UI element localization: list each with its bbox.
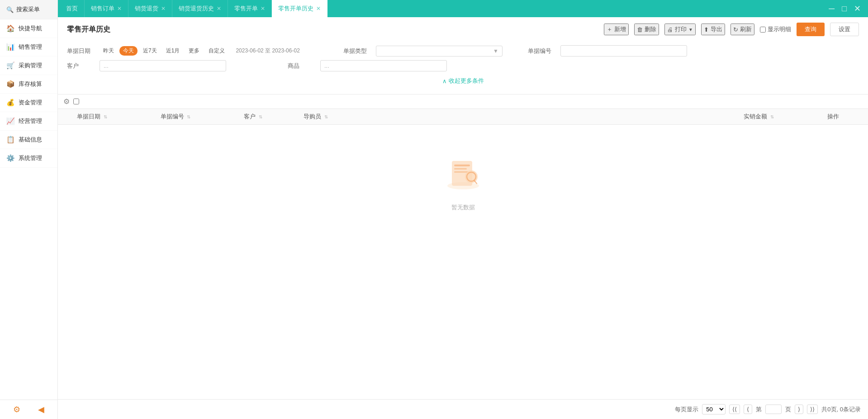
date-range-display: 2023-06-02 至 2023-06-02: [236, 47, 299, 55]
date-opt-custom[interactable]: 自定义: [205, 46, 228, 56]
table-header-row: 单据日期 ⇅ 单据编号 ⇅ 客户 ⇅: [58, 109, 868, 125]
delete-button[interactable]: 🗑 删除: [634, 24, 659, 35]
ops-icon: 📈: [6, 117, 15, 125]
refresh-button[interactable]: ↻ 刷新: [730, 24, 754, 35]
print-icon: 🖨: [667, 26, 673, 33]
sidebar-settings-btn[interactable]: ⚙: [13, 405, 20, 414]
tab-sales-order-close[interactable]: ✕: [117, 5, 122, 12]
add-label: 新增: [614, 25, 626, 33]
col-number-label: 单据编号: [161, 113, 184, 120]
tab-bar-right: ─ □ ✕: [827, 4, 866, 14]
table-gear-btn[interactable]: ⚙: [63, 97, 70, 106]
collapse-button[interactable]: ∧ 收起更多条件: [442, 77, 484, 85]
tab-sales-order[interactable]: 销售订单 ✕: [85, 0, 128, 17]
tab-sales-return-label: 销货退货: [135, 5, 158, 13]
empty-text: 暂无数据: [451, 203, 475, 212]
window-close-btn[interactable]: ✕: [852, 4, 863, 14]
table-head: 单据日期 ⇅ 单据编号 ⇅ 客户 ⇅: [58, 109, 868, 125]
finance-icon: 💰: [6, 99, 15, 107]
col-guide-sort[interactable]: ⇅: [324, 114, 328, 119]
sidebar: 🔍 搜索采单 🏠 快捷导航 📊 销售管理 🛒 采购管理 📦 库存核算 💰 资金管…: [0, 0, 58, 419]
tab-retail-open-history-label: 零售开单历史: [278, 5, 313, 13]
svg-rect-4: [454, 171, 469, 173]
sidebar-search-label: 搜索采单: [16, 5, 40, 14]
type-filter-select[interactable]: ▼: [376, 46, 503, 56]
tab-sales-return-history-close[interactable]: ✕: [217, 5, 221, 12]
display-col-checkbox[interactable]: [760, 27, 766, 33]
date-opt-more[interactable]: 更多: [185, 46, 203, 56]
customer-filter-select[interactable]: ...: [100, 60, 226, 71]
search-icon: 🔍: [6, 6, 14, 13]
filter-row-date: 单据日期 昨天 今天 近7天 近1月 更多 自定义 2023-06-02 至 2…: [67, 45, 859, 56]
sidebar-item-system-mgmt[interactable]: ⚙️ 系统管理: [0, 149, 57, 168]
sidebar-bottom: ⚙ ◀: [0, 400, 57, 419]
next-page-btn[interactable]: ⟩: [795, 405, 803, 414]
tab-bar: 首页 销售订单 ✕ 销货退货 ✕ 销货退货历史 ✕ 零售开单 ✕ 零售开单历史 …: [58, 0, 868, 17]
collapse-label: 收起更多条件: [449, 77, 484, 85]
tab-sales-return-history[interactable]: 销货退货历史 ✕: [172, 0, 228, 17]
number-filter-input[interactable]: [560, 45, 687, 56]
col-date-sort[interactable]: ⇅: [104, 114, 107, 119]
prev-page-btn[interactable]: ⟨: [744, 405, 752, 414]
tab-sales-order-label: 销售订单: [91, 5, 114, 13]
sidebar-item-label: 基础信息: [19, 136, 42, 144]
box-icon: 📦: [6, 80, 15, 88]
tab-sales-return-close[interactable]: ✕: [161, 5, 166, 12]
tab-retail-open-close[interactable]: ✕: [261, 5, 265, 12]
refresh-label: 刷新: [740, 25, 752, 33]
per-page-label: 每页显示: [675, 405, 698, 414]
cart-icon: 🛒: [6, 61, 15, 70]
tab-home[interactable]: 首页: [60, 0, 85, 17]
add-icon: ＋: [607, 25, 612, 33]
data-table: 单据日期 ⇅ 单据编号 ⇅ 客户 ⇅: [58, 109, 868, 125]
type-filter-label: 单据类型: [343, 47, 369, 55]
delete-label: 删除: [645, 25, 656, 33]
col-customer-sort[interactable]: ⇅: [259, 114, 262, 119]
page-input[interactable]: 1: [765, 405, 782, 414]
tab-retail-open-history[interactable]: 零售开单历史 ✕: [272, 0, 327, 17]
print-button[interactable]: 🖨 打印 ▼: [664, 24, 696, 35]
sidebar-item-basic-info[interactable]: 📋 基础信息: [0, 131, 57, 149]
filter-row-customer: 客户 ... 商品 ...: [67, 60, 859, 71]
date-options: 昨天 今天 近7天 近1月 更多 自定义: [100, 46, 228, 56]
sidebar-item-sales-mgmt[interactable]: 📊 销售管理: [0, 38, 57, 56]
select-all-checkbox[interactable]: [73, 99, 79, 104]
sidebar-item-operations[interactable]: 📈 经营管理: [0, 112, 57, 131]
settings-button[interactable]: 设置: [830, 23, 859, 36]
window-maximize-btn[interactable]: □: [840, 4, 849, 14]
sidebar-item-inventory[interactable]: 📦 库存核算: [0, 75, 57, 94]
sidebar-search[interactable]: 🔍 搜索采单: [0, 0, 57, 19]
date-opt-yesterday[interactable]: 昨天: [100, 46, 118, 56]
date-opt-last-month[interactable]: 近1月: [162, 46, 184, 56]
sidebar-item-label: 采购管理: [19, 61, 42, 70]
date-opt-last7[interactable]: 近7天: [139, 46, 161, 56]
tab-retail-open[interactable]: 零售开单 ✕: [228, 0, 272, 17]
table-wrapper: 单据日期 ⇅ 单据编号 ⇅ 客户 ⇅: [58, 109, 868, 399]
window-minimize-btn[interactable]: ─: [827, 4, 836, 14]
sidebar-item-quick-nav[interactable]: 🏠 快捷导航: [0, 19, 57, 38]
table-toolbar: ⚙: [58, 94, 868, 109]
filter-area: 单据日期 昨天 今天 近7天 近1月 更多 自定义 2023-06-02 至 2…: [67, 41, 859, 94]
col-number: 单据编号 ⇅: [155, 109, 239, 125]
per-page-select[interactable]: 50 20 100: [702, 404, 726, 414]
sidebar-item-purchase-mgmt[interactable]: 🛒 采购管理: [0, 56, 57, 75]
delete-icon: 🗑: [637, 26, 643, 33]
display-col-check[interactable]: 显示明细: [760, 25, 791, 33]
add-button[interactable]: ＋ 新增: [604, 24, 629, 35]
export-button[interactable]: ⬆ 导出: [701, 24, 725, 35]
page-header: 零售开单历史 ＋ 新增 🗑 删除 🖨 打印 ▼: [58, 17, 868, 94]
tab-sales-return[interactable]: 销货退货 ✕: [128, 0, 172, 17]
col-guide: 导购员 ⇅: [298, 109, 370, 125]
date-opt-today[interactable]: 今天: [119, 46, 138, 56]
first-page-btn[interactable]: ⟨⟨: [729, 405, 740, 414]
tab-retail-open-history-close[interactable]: ✕: [316, 5, 321, 12]
table-area: ⚙ 单据日期 ⇅ 单据编号 ⇅: [58, 94, 868, 399]
query-button[interactable]: 查询: [797, 23, 825, 36]
sidebar-collapse-btn[interactable]: ◀: [38, 405, 44, 414]
col-number-sort[interactable]: ⇅: [187, 114, 190, 119]
col-amount-sort[interactable]: ⇅: [770, 114, 774, 119]
goods-filter-select[interactable]: ...: [320, 60, 447, 71]
tab-retail-open-label: 零售开单: [234, 5, 258, 13]
last-page-btn[interactable]: ⟩⟩: [807, 405, 818, 414]
sidebar-item-finance[interactable]: 💰 资金管理: [0, 94, 57, 112]
